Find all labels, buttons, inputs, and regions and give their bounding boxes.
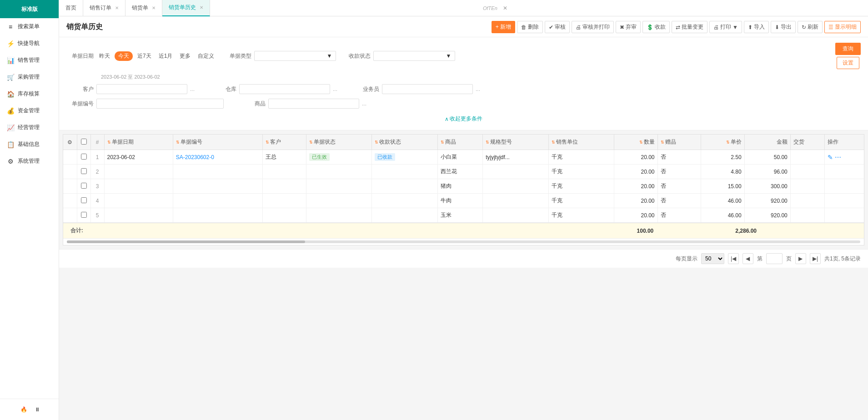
sidebar-item-base-info[interactable]: 📋 基础信息 [0, 136, 59, 153]
export-icon: ⬇ [775, 24, 779, 30]
query-btn[interactable]: 查询 [835, 43, 861, 55]
sidebar-item-search-menu[interactable]: ≡ 搜索菜单 [0, 18, 59, 35]
tab-sales-delivery[interactable]: 销货单 ✕ [125, 0, 162, 16]
row-price: 46.00 [701, 208, 745, 223]
next-page-btn[interactable]: ▶ [795, 253, 806, 264]
warehouse-dots[interactable]: ... [333, 86, 337, 92]
collect-status-select[interactable]: ▼ [373, 51, 455, 61]
print-btn[interactable]: 🖨 打印 ▼ [709, 21, 742, 33]
shortcut-1month[interactable]: 近1月 [156, 51, 176, 61]
row-checkbox-1[interactable] [81, 168, 87, 174]
row-customer [263, 179, 306, 194]
sidebar-item-quick-nav[interactable]: ⚡ 快捷导航 [0, 35, 59, 52]
tab-sales-order-close[interactable]: ✕ [115, 5, 119, 10]
salesman-input[interactable] [382, 84, 473, 94]
shortcut-7days[interactable]: 近7天 [135, 51, 154, 61]
edit-action-btn[interactable]: ✎ [828, 154, 833, 161]
row-doc-no[interactable]: SA-20230602-0 [173, 150, 262, 165]
sidebar-item-inventory[interactable]: 🏠 库存核算 [0, 85, 59, 102]
row-check[interactable] [77, 208, 90, 223]
row-price: 4.80 [701, 165, 745, 179]
delete-btn[interactable]: 🗑 删除 [517, 21, 543, 33]
horizontal-scrollbar[interactable] [63, 238, 864, 245]
per-page-select[interactable]: 50 100 [701, 253, 724, 264]
warehouse-input[interactable] [239, 84, 330, 94]
col-date[interactable]: ⇅单据日期 [104, 135, 173, 150]
row-goods: 猪肉 [437, 179, 483, 194]
row-check[interactable] [77, 179, 90, 194]
scrollbar-thumb[interactable] [67, 240, 305, 243]
batch-change-btn[interactable]: ⇄ 批量变更 [672, 21, 707, 33]
col-gift[interactable]: ⇅赠品 [657, 135, 701, 150]
import-btn[interactable]: ⬆ 导入 [744, 21, 769, 33]
col-unit[interactable]: ⇅销售单位 [548, 135, 614, 150]
refresh-btn[interactable]: ↻ 刷新 [798, 21, 823, 33]
sidebar-user-btn[interactable]: 🔥 ⏸ [0, 403, 59, 416]
tab-sales-delivery-close[interactable]: ✕ [152, 5, 156, 10]
collect-btn[interactable]: 💲 收款 [642, 21, 670, 33]
export-btn[interactable]: ⬇ 导出 [771, 21, 796, 33]
col-collect-status[interactable]: ⇅收款状态 [372, 135, 437, 150]
row-checkbox-3[interactable] [81, 197, 87, 203]
sidebar-item-finance-mgmt[interactable]: 💰 资金管理 [0, 102, 59, 119]
customer-input[interactable] [96, 84, 187, 94]
sidebar-item-purchase-mgmt[interactable]: 🛒 采购管理 [0, 69, 59, 85]
row-collect-status [372, 179, 437, 194]
new-btn[interactable]: + 新增 [492, 21, 515, 33]
shortcut-more[interactable]: 更多 [177, 51, 193, 61]
tab-sales-order[interactable]: 销售订单 ✕ [83, 0, 125, 16]
customer-dots[interactable]: ... [190, 86, 195, 92]
page-number-input[interactable]: 1 [766, 253, 783, 264]
select-all-checkbox[interactable] [81, 139, 87, 145]
col-doc-no[interactable]: ⇅单据编号 [173, 135, 262, 150]
row-customer [263, 208, 306, 223]
row-check[interactable] [77, 150, 90, 165]
doc-no-input[interactable] [96, 99, 224, 109]
row-checkbox-2[interactable] [81, 183, 87, 189]
audit-btn[interactable]: ✔ 审核 [545, 21, 570, 33]
sidebar-item-sys-mgmt[interactable]: ⚙ 系统管理 [0, 153, 59, 170]
more-action-btn[interactable]: ⋯ [835, 154, 841, 161]
row-check[interactable] [77, 165, 90, 179]
col-amount[interactable]: 金额 [744, 135, 790, 150]
shortcut-yesterday[interactable]: 昨天 [96, 51, 113, 61]
col-goods[interactable]: ⇅商品 [437, 135, 483, 150]
col-spec[interactable]: ⇅规格型号 [483, 135, 548, 150]
sidebar-item-sales-mgmt[interactable]: 📊 销售管理 [0, 52, 59, 69]
often-label: OfTEn [483, 5, 497, 11]
top-tabs: 首页 销售订单 ✕ 销货单 ✕ 销货单历史 ✕ OfTEn ✕ [59, 0, 868, 16]
audit-print-btn[interactable]: 🖨 审核并打印 [572, 21, 614, 33]
shortcut-custom[interactable]: 自定义 [195, 51, 217, 61]
last-page-btn[interactable]: ▶| [810, 253, 821, 264]
collapse-btn[interactable]: ∧ 收起更多条件 [445, 113, 482, 125]
tab-sales-history[interactable]: 销货单历史 ✕ [162, 0, 210, 16]
salesman-dots[interactable]: ... [476, 86, 480, 92]
col-doc-status[interactable]: ⇅单据状态 [306, 135, 371, 150]
col-price[interactable]: ⇅单价 [701, 135, 745, 150]
doc-type-select[interactable]: ▼ [254, 51, 336, 61]
quick-nav-icon: ⚡ [7, 40, 14, 47]
sidebar: 标准版 ≡ 搜索菜单 ⚡ 快捷导航 📊 销售管理 🛒 采购管理 🏠 库存核算 💰… [0, 0, 59, 420]
tab-sales-history-close[interactable]: ✕ [200, 5, 203, 10]
sidebar-item-operation-mgmt[interactable]: 📈 经营管理 [0, 119, 59, 136]
abandon-btn[interactable]: ✖ 弃审 [616, 21, 641, 33]
col-settings[interactable]: ⚙ [63, 135, 77, 150]
filter-settings-btn[interactable]: 设置 [837, 57, 859, 69]
col-customer[interactable]: ⇅客户 [263, 135, 306, 150]
page-header: 销货单历史 + 新增 🗑 删除 ✔ 审核 🖨 审核并打印 ✖ 弃审 [59, 16, 868, 37]
goods-input[interactable] [268, 99, 359, 109]
table-header-row: ⚙ # ⇅单据日期 ⇅单据编号 ⇅客户 ⇅单据状态 ⇅收款状态 ⇅商品 ⇅规格型… [63, 135, 864, 150]
row-checkbox-4[interactable] [81, 212, 87, 218]
shortcut-today[interactable]: 今天 [115, 51, 133, 61]
tab-home[interactable]: 首页 [59, 0, 83, 16]
pagination: 每页显示 50 100 |◀ ◀ 第 1 页 ▶ ▶| 共1页, 5条记录 [59, 249, 868, 268]
row-checkbox-0[interactable] [81, 154, 87, 160]
display-btn[interactable]: ☰ 显示明细 [824, 21, 861, 33]
close-all-btn[interactable]: ✕ [503, 5, 507, 11]
goods-dots[interactable]: ... [362, 100, 366, 107]
col-qty[interactable]: ⇅数量 [614, 135, 657, 150]
row-check[interactable] [77, 194, 90, 208]
prev-page-btn[interactable]: ◀ [743, 253, 753, 264]
doc-no-link[interactable]: SA-20230602-0 [176, 154, 214, 160]
first-page-btn[interactable]: |◀ [728, 253, 739, 264]
